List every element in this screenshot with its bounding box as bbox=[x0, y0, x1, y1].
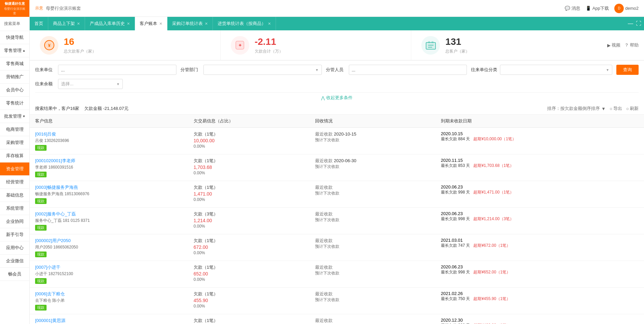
table-row: [0007]小进干 小进干 18279152100 现款 欠款（1笔） 652.… bbox=[30, 261, 644, 288]
filter-department: 分管部门 ▼ bbox=[180, 65, 322, 75]
customer-name-link[interactable]: [0016]吕俊 bbox=[35, 131, 183, 137]
customer-table-container: 客户信息 欠交易信息（占比） 回收情况 到期未收款日期 [0016]吕俊 吕俊 … bbox=[30, 115, 644, 324]
balance-select[interactable]: 选择... ▼ bbox=[58, 79, 123, 89]
recovery-cell: 最近收款 预计下次收款 bbox=[310, 181, 435, 208]
user-menu[interactable]: D demo2 bbox=[614, 4, 639, 13]
debt-amount[interactable]: 652.00 bbox=[194, 271, 305, 276]
tab-customer-ledger[interactable]: 客户账本 ✕ bbox=[135, 17, 167, 30]
tab-close-icon[interactable]: ✕ bbox=[127, 22, 130, 26]
logo-text: 畅捷通好生意 bbox=[3, 1, 26, 6]
sidebar-item-enterprise-wechat[interactable]: 企业微信 bbox=[0, 255, 29, 268]
customer-name-link[interactable]: [0006]去下粮仓 bbox=[35, 291, 183, 297]
customer-tag: 现款 bbox=[35, 252, 47, 257]
tab-purchase-stats-by-product[interactable]: 进货单统计表（按商品） ✕ bbox=[213, 17, 276, 30]
export-icon: ○ bbox=[610, 106, 612, 111]
tab-purchase-order-stats[interactable]: 采购订单统计表 ✕ bbox=[167, 17, 213, 30]
search-menu[interactable]: 搜索菜单 bbox=[0, 17, 29, 31]
manager-input[interactable]: ... bbox=[349, 65, 467, 75]
sidebar-item-chang-member[interactable]: 畅会员 bbox=[0, 268, 29, 281]
stat-debt-amount: ✦ -2.11 欠款合计（万） bbox=[221, 30, 412, 60]
debt-customers-label: 总欠款客户（家） bbox=[64, 49, 210, 54]
overdue-amount-link[interactable]: 超期¥10,000.00（1笔） bbox=[473, 137, 516, 141]
sidebar-item-inventory[interactable]: 库存核算 bbox=[0, 149, 29, 163]
debt-amount[interactable]: 1,214.00 bbox=[194, 218, 305, 223]
next-collection: 预计下次收款 bbox=[315, 297, 430, 303]
debt-count: 欠款（1笔） bbox=[194, 238, 305, 244]
customer-name-link[interactable]: [0001020001]李老师 bbox=[35, 158, 183, 164]
sidebar-item-marketing[interactable]: 营销推广 bbox=[0, 70, 29, 84]
stats-row: ¥ 16 总欠款客户（家） ✦ -2.11 欠款合计（万） 131 总客户（家） bbox=[30, 30, 644, 61]
sidebar-item-retail-mall[interactable]: 零售商城 bbox=[0, 57, 29, 70]
debt-amount[interactable]: 672.00 bbox=[194, 244, 305, 250]
customer-name-link[interactable]: [0007]小进干 bbox=[35, 264, 183, 270]
query-button[interactable]: 查询 bbox=[616, 65, 639, 75]
sidebar-item-retail-stats[interactable]: 零售统计 bbox=[0, 97, 29, 110]
tab-product-listing[interactable]: 商品上下架 ✕ bbox=[48, 17, 85, 30]
customer-name-link[interactable]: [0003]畅捷服务尹海燕 bbox=[35, 184, 183, 190]
sidebar-item-wholesale-mgmt[interactable]: 批发管理 ▼ bbox=[0, 110, 29, 123]
debt-info-cell: 欠款（1笔） 1,471.00 0.00% bbox=[188, 181, 310, 208]
video-link[interactable]: ▶ 视频 bbox=[607, 42, 620, 48]
overdue-amount-link[interactable]: 超期¥455.90（1笔） bbox=[473, 296, 510, 301]
message-button[interactable]: 💬 消息 bbox=[565, 5, 580, 11]
sidebar-item-procurement[interactable]: 采购管理 bbox=[0, 136, 29, 149]
due-date-cell: 2020.10.15 最长欠款 884 天 超期¥10,000.00（1笔） bbox=[436, 128, 644, 154]
customer-name-link[interactable]: [0002]服务中心_丁磊 bbox=[35, 211, 183, 217]
video-icon: ▶ bbox=[607, 43, 611, 48]
sidebar-item-system[interactable]: 系统管理 bbox=[0, 202, 29, 215]
debt-amount[interactable]: 1,703.68 bbox=[194, 165, 305, 170]
overdue-amount-link[interactable]: 超期¥1,703.68（1笔） bbox=[473, 163, 514, 168]
refresh-button[interactable]: ○ 刷新 bbox=[626, 106, 639, 112]
sidebar-item-retail-mgmt[interactable]: 零售管理 ▲ bbox=[0, 44, 29, 57]
overdue-days: 最长欠款 998 天 超期¥1,214.00（3笔） bbox=[441, 216, 639, 222]
sidebar-item-ecommerce[interactable]: 电商管理 bbox=[0, 123, 29, 136]
customer-info-cell: [000002]用户2050 用户2050 18665062050 现款 bbox=[30, 234, 188, 261]
customer-info-cell: [0003]畅捷服务尹海燕 畅捷服务尹海燕 18513066976 现款 bbox=[30, 181, 188, 208]
tab-close-icon[interactable]: ✕ bbox=[159, 22, 162, 26]
debt-percent: 0.00% bbox=[194, 251, 305, 255]
filter-row-1: 往来单位 ... 分管部门 ▼ 分管人员 ... 往来单位分类 bbox=[35, 65, 639, 75]
tab-maximize-button[interactable]: ⛶ bbox=[636, 21, 641, 27]
unit-category-select[interactable]: ▼ bbox=[500, 65, 612, 75]
overdue-amount-link[interactable]: 超期¥1,471.00（1笔） bbox=[473, 190, 514, 195]
chevron-down-icon: ▲ bbox=[23, 49, 26, 52]
tab-finished-goods[interactable]: 产成品入库单历史 ✕ bbox=[85, 17, 135, 30]
export-button[interactable]: ○ 导出 bbox=[610, 106, 622, 112]
debt-count: 欠款（3笔） bbox=[194, 211, 305, 217]
overdue-amount-link[interactable]: 超期¥672.00（1笔） bbox=[473, 243, 510, 248]
stat-debt-customers: ¥ 16 总欠款客户（家） bbox=[30, 30, 221, 60]
collapse-filter-button[interactable]: ⋀ 收起更多条件 bbox=[35, 92, 639, 103]
tab-close-icon[interactable]: ✕ bbox=[77, 22, 80, 26]
source-unit-input[interactable]: ... bbox=[58, 65, 176, 75]
debt-amount[interactable]: 10,000.00 bbox=[194, 138, 305, 143]
brand-link[interactable]: 示意 bbox=[35, 5, 43, 11]
overdue-amount-link[interactable]: 超期¥1,214.00（3笔） bbox=[473, 216, 514, 221]
sidebar-item-quick-nav[interactable]: 快捷导航 bbox=[0, 31, 29, 44]
overdue-amount-link[interactable]: 超期¥652.00（1笔） bbox=[473, 270, 510, 274]
search-menu-label[interactable]: 搜索菜单 bbox=[2, 20, 27, 28]
sidebar-item-collab[interactable]: 企业协同 bbox=[0, 215, 29, 228]
sidebar-item-member[interactable]: 会员中心 bbox=[0, 84, 29, 97]
sidebar-item-operations[interactable]: 经营管理 bbox=[0, 176, 29, 189]
customer-name-link[interactable]: [000001]黄思源 bbox=[35, 318, 183, 324]
customer-name-link[interactable]: [000002]用户2050 bbox=[35, 238, 183, 244]
stat-total-customers: 131 总客户（家） bbox=[411, 30, 602, 60]
latest-collection: 最近收款 bbox=[315, 291, 430, 297]
tab-minimize-button[interactable]: — bbox=[628, 21, 633, 27]
tab-close-icon[interactable]: ✕ bbox=[205, 22, 208, 26]
debt-amount[interactable]: 1,471.00 bbox=[194, 191, 305, 197]
help-link[interactable]: ？ 帮助 bbox=[624, 42, 639, 48]
tab-home[interactable]: 首页 bbox=[30, 17, 48, 30]
sidebar-item-finance[interactable]: 资金管理 bbox=[0, 163, 29, 176]
sidebar-item-basic-info[interactable]: 基础信息 bbox=[0, 189, 29, 202]
sidebar-item-newbie[interactable]: 新手引导 bbox=[0, 228, 29, 241]
phone-icon: 📱 bbox=[586, 6, 591, 11]
sidebar-item-app-center[interactable]: 应用中心 bbox=[0, 241, 29, 255]
debt-amount[interactable]: 455.90 bbox=[194, 298, 305, 303]
sort-dropdown[interactable]: 排序：按欠款金额倒序排序 ▼ bbox=[547, 106, 606, 112]
source-unit-dots: ... bbox=[61, 67, 65, 72]
tab-close-icon[interactable]: ✕ bbox=[268, 22, 271, 26]
latest-collection: 最近收款 bbox=[315, 211, 430, 217]
department-select[interactable]: ▼ bbox=[203, 65, 322, 75]
app-download-button[interactable]: 📱 App下载 bbox=[586, 5, 609, 11]
